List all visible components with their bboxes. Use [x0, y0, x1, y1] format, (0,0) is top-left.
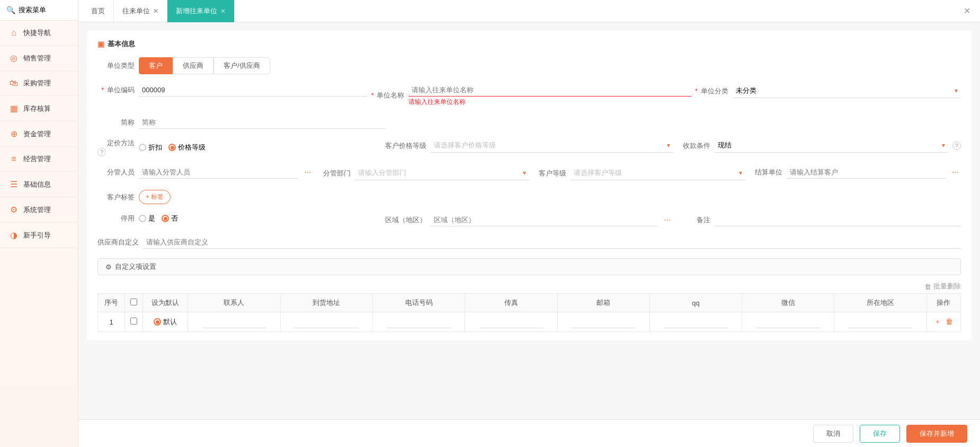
sidebar-item-guide[interactable]: ◑ 新手引导: [0, 223, 78, 248]
short-name-input[interactable]: [139, 116, 385, 129]
close-all-tabs[interactable]: ✕: [958, 6, 976, 16]
delete-row-button[interactable]: 🗑: [946, 317, 953, 327]
pricing-help-icon[interactable]: ?: [97, 148, 106, 156]
pricing-level-option[interactable]: 价格等级: [168, 143, 206, 152]
sidebar-item-quick-nav[interactable]: ⌂ 快捷导航: [0, 21, 78, 46]
required-star: *: [101, 86, 104, 94]
settlement-unit-input[interactable]: [787, 166, 946, 179]
remarks-input[interactable]: [715, 214, 961, 226]
sidebar-item-operations[interactable]: ≡ 经营管理: [0, 147, 78, 172]
customer-price-level-placeholder: 请选择客户价格等级: [434, 141, 496, 150]
sidebar-item-sales[interactable]: ◎ 销售管理: [0, 46, 78, 71]
tab-new-counterparty[interactable]: 新增往来单位 ✕: [167, 0, 235, 22]
main-area: 首页 往来单位 ✕ 新增往来单位 ✕ ✕ ▣ 基本信息 单位类型 客户: [78, 0, 980, 447]
cell-email: [557, 312, 649, 332]
unit-name-error: 请输入往来单位名称: [408, 98, 691, 107]
sidebar-item-finance[interactable]: ⊕ 资金管理: [0, 121, 78, 147]
wechat-input[interactable]: [756, 315, 820, 328]
cell-default: 默认: [143, 312, 188, 332]
unit-type-both[interactable]: 客户/供应商: [213, 57, 270, 74]
default-radio-item[interactable]: 默认: [146, 317, 184, 327]
fax-input[interactable]: [479, 315, 543, 328]
sidebar-item-inventory[interactable]: ▦ 库存核算: [0, 96, 78, 121]
manager-input[interactable]: [139, 166, 298, 179]
chevron-down-icon: ▾: [523, 169, 526, 177]
region-table-input[interactable]: [849, 315, 912, 328]
payment-help-icon[interactable]: ?: [952, 142, 961, 150]
payment-terms-value: 现结: [718, 141, 732, 150]
unit-type-label: 单位类型: [97, 61, 135, 71]
sidebar-item-label: 快捷导航: [23, 28, 51, 38]
tab-counterparty[interactable]: 往来单位 ✕: [114, 0, 167, 22]
disable-radio-group: 是 否: [139, 214, 178, 223]
col-region: 所在地区: [834, 294, 926, 312]
add-row-button[interactable]: ＋: [934, 317, 941, 327]
col-phone: 电话号码: [372, 294, 465, 312]
department-select[interactable]: 请输入分管部门 ▾: [355, 166, 530, 180]
customer-price-level-select[interactable]: 请选择客户价格等级 ▾: [431, 138, 673, 153]
settlement-more-button[interactable]: ···: [950, 168, 961, 177]
unit-type-supplier[interactable]: 供应商: [173, 57, 213, 74]
chevron-down-icon: ▾: [955, 87, 958, 94]
unit-type-customer[interactable]: 客户: [139, 57, 173, 74]
manager-field: 分管人员 ···: [97, 166, 314, 179]
tab-counterparty-label: 往来单位: [122, 6, 150, 16]
pricing-discount-option[interactable]: 折扣: [139, 143, 162, 152]
department-placeholder: 请输入分管部门: [358, 168, 406, 178]
cancel-button[interactable]: 取消: [813, 425, 853, 443]
sidebar-item-basic[interactable]: ☰ 基础信息: [0, 172, 78, 197]
tab-new-counterparty-label: 新增往来单位: [176, 6, 217, 16]
code-name-category-row: * 单位编码 * 单位名称 请输入往来单位名称: [97, 84, 961, 107]
customer-level-label: 客户等级: [529, 169, 566, 178]
tab-new-counterparty-close[interactable]: ✕: [220, 7, 226, 15]
customer-price-level-field: 客户价格等级 请选择客户价格等级 ▾: [385, 138, 673, 153]
custom-settings-button[interactable]: ⚙ 自定义项设置: [97, 258, 961, 275]
cell-qq: [649, 312, 742, 332]
qq-input[interactable]: [664, 315, 727, 328]
operations-icon: ≡: [8, 154, 19, 164]
col-checkbox: [125, 294, 143, 312]
col-seq: 序号: [98, 294, 125, 312]
disable-region-row: 停用 是 否 区域（地区） ···: [97, 214, 961, 226]
unit-category-value: 未分类: [736, 86, 756, 95]
disable-yes-option[interactable]: 是: [139, 214, 155, 223]
disable-field: 停用 是 否: [97, 214, 385, 223]
manager-more-button[interactable]: ···: [302, 168, 313, 177]
sidebar-item-system[interactable]: ⚙ 系统管理: [0, 197, 78, 223]
phone-input[interactable]: [387, 315, 451, 328]
region-input[interactable]: [431, 214, 657, 226]
unit-code-input[interactable]: [139, 84, 367, 97]
row-checkbox[interactable]: [130, 318, 137, 325]
payment-terms-select[interactable]: 现结 ▾: [715, 138, 948, 153]
manager-row: 分管人员 ··· 分管部门 请输入分管部门 ▾ 客户等级 请选择客户等级 ▾: [97, 166, 961, 180]
customer-level-select[interactable]: 请选择客户等级 ▾: [571, 166, 745, 180]
address-input[interactable]: [295, 315, 358, 328]
batch-delete-button[interactable]: 🗑 批量删除: [924, 282, 961, 291]
select-all-checkbox[interactable]: [130, 299, 137, 305]
sidebar-item-label: 经营管理: [23, 154, 51, 164]
search-menu-item[interactable]: 🔍 搜索菜单: [0, 0, 78, 21]
save-button[interactable]: 保存: [860, 425, 900, 443]
tab-home[interactable]: 首页: [83, 0, 114, 22]
supplier-custom-label: 供应商自定义: [97, 238, 139, 247]
unit-name-input[interactable]: [408, 84, 691, 97]
tab-counterparty-close[interactable]: ✕: [153, 7, 158, 15]
region-more-button[interactable]: ···: [662, 215, 673, 225]
settlement-unit-label: 结算单位: [745, 168, 782, 177]
unit-code-field: * 单位编码: [97, 84, 367, 97]
disable-yes-radio: [139, 215, 146, 222]
col-contact: 联系人: [188, 294, 280, 312]
add-tag-button[interactable]: + 标签: [139, 190, 171, 204]
content-area: ▣ 基本信息 单位类型 客户 供应商 客户/供应商 *: [78, 22, 980, 419]
supplier-custom-input[interactable]: [143, 236, 961, 249]
disable-no-option[interactable]: 否: [162, 214, 178, 223]
email-input[interactable]: [572, 315, 635, 328]
save-new-button[interactable]: 保存并新增: [906, 425, 967, 443]
sidebar-item-label: 基础信息: [23, 180, 51, 189]
contact-input[interactable]: [202, 315, 266, 328]
sidebar-item-label: 采购管理: [23, 78, 51, 88]
unit-category-select[interactable]: 未分类 ▾: [733, 84, 961, 98]
sidebar-item-purchase[interactable]: 🛍 采购管理: [0, 71, 78, 96]
batch-delete-area: 🗑 批量删除: [97, 282, 961, 291]
required-star: *: [695, 87, 698, 95]
